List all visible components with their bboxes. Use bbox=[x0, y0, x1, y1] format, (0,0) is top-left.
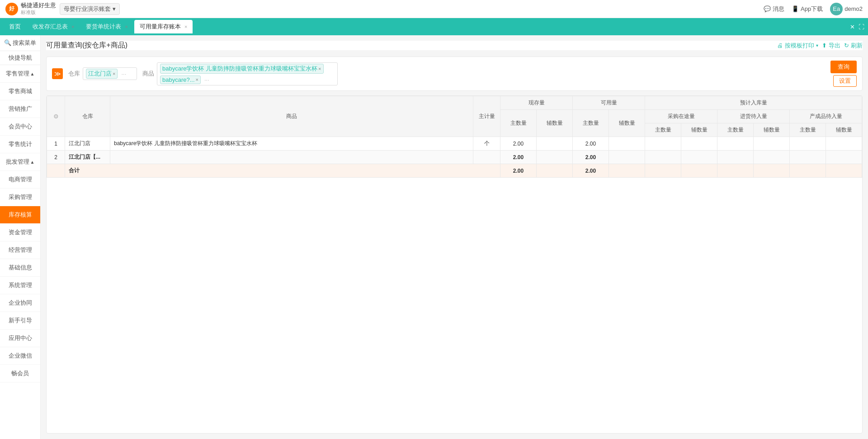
product-tag-2-close[interactable]: × bbox=[196, 77, 198, 82]
total-empty1 bbox=[47, 164, 65, 178]
row2-production-aux bbox=[826, 151, 862, 164]
total-current-aux bbox=[537, 164, 573, 178]
row2-transit-main bbox=[645, 151, 681, 164]
sidebar-quick-nav-label: 快捷导航 bbox=[9, 54, 32, 61]
row1-unit: 个 bbox=[473, 137, 500, 151]
product-tag-2: babycare?... × bbox=[160, 76, 201, 84]
total-row: 合计 2.00 2.00 bbox=[47, 164, 862, 178]
tab-receivable-close[interactable]: × bbox=[71, 24, 74, 29]
sidebar-item-finance[interactable]: 资金管理 bbox=[0, 224, 40, 241]
tab-receivable[interactable]: 收发存汇总表 × bbox=[27, 20, 80, 33]
row1-current-main: 2.00 bbox=[500, 137, 537, 151]
table-settings-icon[interactable]: ⚙ bbox=[53, 113, 59, 120]
filter-toggle[interactable]: ≫ bbox=[52, 68, 63, 79]
industry-label: 母婴行业演示账套 bbox=[64, 5, 111, 13]
print-button[interactable]: 🖨 按模板打印 ▾ bbox=[777, 42, 818, 50]
sidebar-item-operations[interactable]: 经营管理 bbox=[0, 241, 40, 259]
logo-area: 好 畅捷通好生意 标准版 bbox=[5, 2, 56, 16]
sidebar-item-purchase[interactable]: 采购管理 bbox=[0, 189, 40, 206]
tab-inventory-book-close[interactable]: × bbox=[184, 24, 187, 29]
refresh-button[interactable]: ↻ 刷新 bbox=[844, 42, 863, 50]
sidebar-search[interactable]: 🔍 搜索菜单 bbox=[0, 35, 40, 51]
sidebar-item-newbie[interactable]: 新手引导 bbox=[0, 312, 40, 330]
tab-order-stats[interactable]: 要货单统计表 × bbox=[80, 20, 133, 33]
logo-text: 畅捷通好生意 bbox=[21, 2, 56, 9]
sidebar-item-system[interactable]: 系统管理 bbox=[0, 277, 40, 294]
sidebar-item-inventory[interactable]: 库存核算 bbox=[0, 206, 40, 224]
top-bar-right: 💬 消息 📱 App下载 Ea demo2 bbox=[764, 3, 863, 15]
row2-index: 2 bbox=[47, 151, 65, 164]
product-tag-1: babycare学饮杯 儿童防摔防撞吸管杯重力球吸嘴杯宝宝水杯 × bbox=[160, 64, 324, 74]
top-bar-left: 好 畅捷通好生意 标准版 母婴行业演示账套 ▾ bbox=[5, 2, 120, 16]
row1-transit-main bbox=[645, 137, 681, 151]
total-avail-main: 2.00 bbox=[573, 164, 609, 178]
product-tag-1-close[interactable]: × bbox=[318, 66, 321, 71]
user-area[interactable]: Ea demo2 bbox=[830, 3, 863, 15]
total-pending-aux bbox=[754, 164, 790, 178]
nav-tabs: 首页 收发存汇总表 × 要货单统计表 × 可用量库存账本 × ✕ ⛶ bbox=[0, 18, 868, 35]
sidebar-item-basic[interactable]: 基础信息 bbox=[0, 259, 40, 277]
sidebar-item-member[interactable]: 会员中心 bbox=[0, 118, 40, 136]
close-all-icon[interactable]: ✕ bbox=[850, 24, 855, 30]
tab-inventory-book[interactable]: 可用量库存账本 × bbox=[134, 20, 193, 33]
table-header-row: ⚙ 仓库 商品 主计量 现存量 可用量 预计入库量 bbox=[47, 96, 862, 110]
refresh-icon: ↻ bbox=[844, 42, 849, 49]
sidebar-item-retail-stats[interactable]: 零售统计 bbox=[0, 136, 40, 153]
tab-order-stats-close[interactable]: × bbox=[125, 24, 127, 29]
sidebar-item-wholesale[interactable]: 批发管理 ▲ bbox=[0, 153, 40, 171]
tab-receivable-label: 收发存汇总表 bbox=[33, 23, 68, 31]
sidebar-item-mall[interactable]: 零售商城 bbox=[0, 83, 40, 100]
sidebar-item-retail-label: 零售管理 bbox=[6, 70, 29, 78]
row1-current-aux bbox=[537, 137, 573, 151]
warehouse-tags[interactable]: 江北门店 × ··· bbox=[83, 67, 137, 80]
sidebar-item-ecommerce[interactable]: 电商管理 bbox=[0, 171, 40, 189]
th-current-main: 主数量 bbox=[500, 110, 537, 137]
warehouse-tag-1-close[interactable]: × bbox=[113, 71, 115, 76]
sidebar-item-enterprise[interactable]: 企业协同 bbox=[0, 294, 40, 312]
row2-avail-main: 2.00 bbox=[573, 151, 609, 164]
main-layout: 🔍 搜索菜单 快捷导航 零售管理 ▲ 零售商城 营销推广 会员中心 零售统计 批… bbox=[0, 35, 868, 439]
expand-icon[interactable]: ⛶ bbox=[859, 24, 864, 30]
search-icon: 🔍 bbox=[4, 39, 11, 46]
sidebar-quick-nav[interactable]: 快捷导航 bbox=[0, 51, 40, 65]
message-item[interactable]: 💬 消息 bbox=[764, 5, 784, 13]
print-icon: 🖨 bbox=[777, 42, 783, 49]
row1-transit-aux bbox=[681, 137, 717, 151]
logo-text-area: 畅捷通好生意 标准版 bbox=[21, 2, 56, 16]
product-tag-1-text: babycare学饮杯 儿童防摔防撞吸管杯重力球吸嘴杯宝宝水杯 bbox=[162, 65, 317, 73]
sidebar-item-member2[interactable]: 畅会员 bbox=[0, 365, 40, 382]
total-transit-aux bbox=[681, 164, 717, 178]
settings-button[interactable]: 设置 bbox=[833, 75, 857, 87]
app-download-label: App下载 bbox=[801, 5, 823, 13]
app-download-item[interactable]: 📱 App下载 bbox=[792, 5, 823, 13]
th-settings: ⚙ bbox=[47, 96, 65, 137]
warehouse-more-dots[interactable]: ··· bbox=[121, 71, 126, 77]
th-transit-aux: 辅数量 bbox=[681, 123, 717, 137]
warehouse-tag-1-text: 江北门店 bbox=[88, 70, 112, 78]
chevron-down-icon: ▾ bbox=[113, 5, 116, 12]
export-button[interactable]: ⬆ 导出 bbox=[822, 42, 840, 50]
total-label: 合计 bbox=[65, 164, 500, 178]
sidebar-item-enterprise-wechat[interactable]: 企业微信 bbox=[0, 347, 40, 365]
total-production-aux bbox=[826, 164, 862, 178]
sidebar-item-retail[interactable]: 零售管理 ▲ bbox=[0, 65, 40, 83]
th-purchase-transit: 采购在途量 bbox=[645, 110, 717, 123]
sidebar-item-marketing[interactable]: 营销推广 bbox=[0, 100, 40, 118]
chevron-icon: ▲ bbox=[30, 71, 35, 76]
table-container: ⚙ 仓库 商品 主计量 现存量 可用量 预计入库量 主数量 辅数量 主数量 辅数… bbox=[46, 95, 863, 434]
sidebar-item-appstore[interactable]: 应用中心 bbox=[0, 330, 40, 347]
chevron-print: ▾ bbox=[816, 43, 818, 48]
export-icon: ⬆ bbox=[822, 42, 827, 49]
row2-transit-aux bbox=[681, 151, 717, 164]
product-tag-2-text: babycare?... bbox=[162, 76, 195, 83]
th-purchase-pending: 进货待入量 bbox=[717, 110, 790, 123]
row1-production-main bbox=[790, 137, 826, 151]
industry-selector[interactable]: 母婴行业演示账套 ▾ bbox=[60, 3, 120, 15]
total-current-main: 2.00 bbox=[500, 164, 537, 178]
query-button[interactable]: 查询 bbox=[830, 61, 857, 73]
product-more-dots[interactable]: ··· bbox=[204, 76, 209, 83]
row2-current-main: 2.00 bbox=[500, 151, 537, 164]
row1-pending-aux bbox=[754, 137, 790, 151]
product-tags[interactable]: babycare学饮杯 儿童防摔防撞吸管杯重力球吸嘴杯宝宝水杯 × babyca… bbox=[157, 62, 338, 85]
tab-home[interactable]: 首页 bbox=[4, 20, 26, 33]
